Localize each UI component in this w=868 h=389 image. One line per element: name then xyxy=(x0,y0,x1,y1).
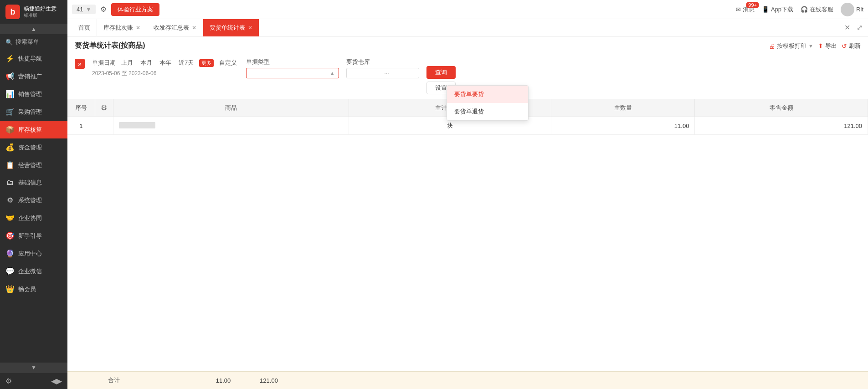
sidebar-item-quick-nav[interactable]: ⚡ 快捷导航 xyxy=(0,50,67,67)
collapse-icon[interactable]: ◀▶ xyxy=(51,377,62,385)
sidebar-scroll-up[interactable]: ▲ xyxy=(0,24,67,34)
sidebar-item-purchase[interactable]: 🛒 采购管理 xyxy=(0,103,67,121)
column-settings-icon[interactable]: ⚙ xyxy=(101,104,107,112)
dropdown-item-requisition-order[interactable]: 要货单要货 xyxy=(447,86,528,103)
refresh-label: 刷新 xyxy=(849,42,861,50)
type-input[interactable] xyxy=(250,70,327,77)
tab-requisition-stat[interactable]: 要货单统计表 ✕ xyxy=(203,19,259,36)
th-product: 商品 xyxy=(113,99,349,117)
footer-quantity: 11.00 xyxy=(200,377,246,384)
more-options-icon[interactable]: ··· xyxy=(384,70,415,77)
date-btn-custom[interactable]: 自定义 xyxy=(217,58,239,68)
sidebar-scroll-down[interactable]: ▼ xyxy=(0,363,67,373)
tabsbar-right: ✕ ⤢ xyxy=(842,21,868,34)
industry-btn[interactable]: 体验行业方案 xyxy=(111,3,159,16)
guide-icon: 🎯 xyxy=(5,231,15,240)
tab-close-icon[interactable]: ✕ xyxy=(192,25,196,31)
sidebar-item-finance[interactable]: 💰 资金管理 xyxy=(0,138,67,156)
date-btn-more[interactable]: 更多 xyxy=(199,59,214,67)
query-button[interactable]: 查询 xyxy=(426,66,456,79)
td-gear xyxy=(95,117,113,135)
page-content: 要货单统计表(按商品) 🖨 按模板打印 ▼ ⬆ 导出 ↺ 刷新 xyxy=(67,36,868,389)
sidebar-item-label: 经营管理 xyxy=(18,161,42,169)
table-area: 序号 ⚙ 商品 主计量单位 主数量 零售金额 1 xyxy=(67,99,868,371)
type-input-box[interactable]: ▲ xyxy=(246,68,339,78)
tab-receive-summary[interactable]: 收发存汇总表 ✕ xyxy=(147,19,203,36)
app-download-item[interactable]: 📱 App下载 xyxy=(762,5,793,14)
user-avatar-item[interactable]: Rit xyxy=(841,3,863,16)
expand-icon[interactable]: ⤢ xyxy=(855,21,864,34)
sidebar-item-member[interactable]: 👑 畅会员 xyxy=(0,280,67,298)
tab-home[interactable]: 首页 xyxy=(72,19,97,36)
refresh-btn[interactable]: ↺ 刷新 xyxy=(842,42,861,50)
th-amount: 零售金额 xyxy=(695,99,868,117)
app-center-icon: 🔮 xyxy=(5,249,15,258)
close-all-icon[interactable]: ✕ xyxy=(842,21,852,34)
sidebar-item-label: 营销推广 xyxy=(18,72,42,81)
app-sub: 标准版 xyxy=(24,12,56,19)
chevron-down-icon: ▼ xyxy=(86,6,91,13)
sidebar-item-operations[interactable]: 📋 经营管理 xyxy=(0,156,67,174)
date-btn-this-month[interactable]: 本月 xyxy=(139,58,154,68)
sidebar-item-basic-info[interactable]: 🗂 基础信息 xyxy=(0,174,67,191)
date-btn-prev-month[interactable]: 上月 xyxy=(119,58,135,68)
logo-icon: b xyxy=(5,5,20,19)
template-print-btn[interactable]: 🖨 按模板打印 ▼ xyxy=(769,42,813,50)
td-quantity: 11.00 xyxy=(551,117,695,135)
date-label: 单据日期 xyxy=(92,59,116,67)
expand-right-icon: » xyxy=(78,60,82,67)
sidebar-item-wechat[interactable]: 💬 企业微信 xyxy=(0,262,67,280)
tab-inventory-batch[interactable]: 库存批次账 ✕ xyxy=(97,19,147,36)
app-name: 畅捷通好生意 xyxy=(24,5,56,13)
search-label: 搜索菜单 xyxy=(15,38,39,46)
sidebar-item-sales[interactable]: 📊 销售管理 xyxy=(0,85,67,103)
page-header: 要货单统计表(按商品) 🖨 按模板打印 ▼ ⬆ 导出 ↺ 刷新 xyxy=(67,36,868,53)
tab-label: 库存批次账 xyxy=(103,24,133,32)
filter-expand-btn[interactable]: » xyxy=(75,59,85,69)
chevron-up-icon[interactable]: ▲ xyxy=(329,70,335,77)
template-print-label: 按模板打印 xyxy=(777,42,806,50)
type-dropdown: 要货单要货 要货单退货 xyxy=(447,85,529,121)
sidebar-item-label: 系统管理 xyxy=(18,196,42,205)
app-logo: b 畅捷通好生意 标准版 xyxy=(0,0,67,24)
tab-close-icon[interactable]: ✕ xyxy=(136,25,140,31)
table-footer: 合计 11.00 121.00 xyxy=(67,371,868,389)
sidebar-item-enterprise[interactable]: 🤝 企业协同 xyxy=(0,209,67,227)
sidebar-search[interactable]: 🔍 搜索菜单 xyxy=(0,34,67,50)
tab-label: 要货单统计表 xyxy=(210,24,245,32)
export-label: 导出 xyxy=(825,42,837,50)
sidebar-item-label: 企业协同 xyxy=(18,214,42,222)
message-badge: 99+ xyxy=(746,2,759,8)
th-gear[interactable]: ⚙ xyxy=(95,99,113,117)
sidebar-item-system[interactable]: ⚙ 系统管理 xyxy=(0,191,67,209)
date-btn-this-year[interactable]: 本年 xyxy=(158,58,173,68)
search-icon: 🔍 xyxy=(5,39,13,46)
export-btn[interactable]: ⬆ 导出 xyxy=(818,42,837,50)
dropdown-item-requisition-return[interactable]: 要货单退货 xyxy=(447,103,528,120)
refresh-icon: ↺ xyxy=(842,42,847,50)
th-quantity: 主数量 xyxy=(551,99,695,117)
sidebar-item-inventory[interactable]: 📦 库存核算 xyxy=(0,121,67,138)
tab-label: 收发存汇总表 xyxy=(154,24,189,32)
type-filter-group: 单据类型 ▲ 要货单要货 要货单退货 xyxy=(246,58,339,78)
tab-close-icon[interactable]: ✕ xyxy=(248,25,252,31)
sidebar-item-marketing[interactable]: 📢 营销推广 xyxy=(0,67,67,85)
footer-total-label: 合计 xyxy=(73,376,155,384)
warehouse-input-box[interactable]: ··· xyxy=(346,68,419,78)
wechat-icon: 💬 xyxy=(5,267,15,276)
topbar-gear-icon[interactable]: ⚙ xyxy=(100,5,107,14)
settings-icon[interactable]: ⚙ xyxy=(5,377,12,385)
sidebar-item-guide[interactable]: 🎯 新手引导 xyxy=(0,227,67,245)
system-icon: ⚙ xyxy=(5,196,15,205)
sidebar-footer: ⚙ ◀▶ xyxy=(0,373,67,389)
message-item[interactable]: ✉ 消息 99+ xyxy=(736,5,755,14)
export-icon: ⬆ xyxy=(818,42,823,50)
sidebar-item-label: 采购管理 xyxy=(18,108,42,116)
date-btn-7days[interactable]: 近7天 xyxy=(177,58,195,68)
user-name: Rit xyxy=(856,6,863,13)
finance-icon: 💰 xyxy=(5,143,15,152)
td-product xyxy=(113,117,349,135)
product-name-blurred xyxy=(119,122,155,128)
sidebar-item-app-center[interactable]: 🔮 应用中心 xyxy=(0,245,67,262)
online-service-item[interactable]: 🎧 在线客服 xyxy=(801,5,833,14)
